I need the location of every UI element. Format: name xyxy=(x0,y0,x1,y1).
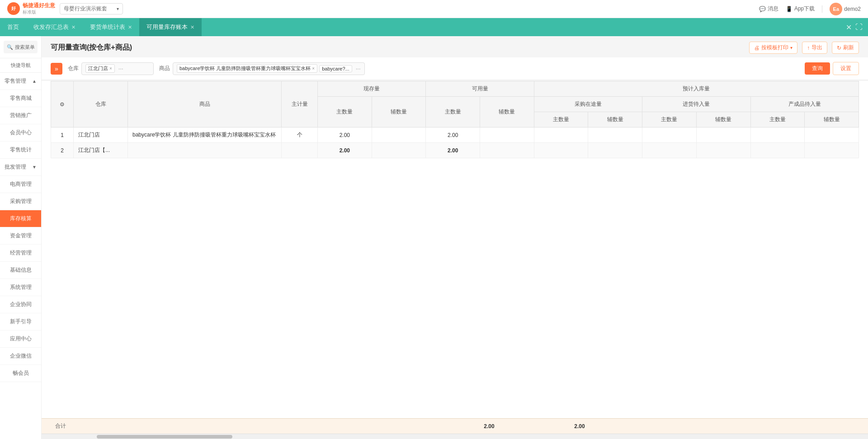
filter-toggle-button[interactable]: » xyxy=(51,63,62,75)
export-button[interactable]: ↑ 导出 xyxy=(802,42,827,54)
search-icon: 🔍 xyxy=(7,44,13,50)
sidebar-item-vip-member[interactable]: 畅会员 xyxy=(0,365,41,382)
th-stock-group: 现存量 xyxy=(318,81,426,97)
sidebar-item-member-center-label: 会员中心 xyxy=(10,129,32,137)
sidebar-item-enterprise-collab[interactable]: 企业协同 xyxy=(0,296,41,313)
sidebar-item-new-guide-label: 新手引导 xyxy=(10,318,32,326)
row2-purchase-main xyxy=(534,143,588,158)
sidebar-item-member-center[interactable]: 会员中心 xyxy=(0,124,41,142)
row2-product xyxy=(128,143,282,158)
th-settings-icon[interactable]: ⚙ xyxy=(51,81,74,127)
row1-purchase-aux xyxy=(588,127,642,143)
row1-available-aux xyxy=(480,127,534,143)
filter-more-dots[interactable]: ··· xyxy=(118,65,123,72)
content-area: 可用量查询(按仓库+商品) 🖨 按模板打印 ▾ ↑ 导出 ↻ 刷新 » xyxy=(42,36,868,439)
nav-close-all[interactable]: ✕ ⛶ xyxy=(840,23,868,32)
row1-product: babycare学饮杯 儿童防摔防撞吸管杯重力球吸嘴杯宝宝水杯 xyxy=(128,127,282,143)
user-label: demo2 xyxy=(844,6,861,12)
sidebar-item-operation-mgmt[interactable]: 经营管理 xyxy=(0,245,41,262)
sidebar-item-enterprise-wechat[interactable]: 企业微信 xyxy=(0,348,41,365)
sidebar-item-app-center[interactable]: 应用中心 xyxy=(0,330,41,348)
sidebar-item-retail-mgmt[interactable]: 零售管理 ▲ xyxy=(0,73,41,90)
tab-home[interactable]: 首页 xyxy=(0,18,26,36)
sidebar-item-retail-mgmt-label: 零售管理 xyxy=(5,77,26,85)
row1-product-main xyxy=(750,127,805,143)
th-planned-group: 预计入库量 xyxy=(534,81,859,97)
industry-label: 母婴行业演示账套 xyxy=(64,5,107,13)
horizontal-scrollbar[interactable] xyxy=(42,434,868,439)
template-print-button[interactable]: 🖨 按模板打印 ▾ xyxy=(749,42,797,54)
industry-selector[interactable]: 母婴行业演示账套 ▾ xyxy=(60,3,123,14)
divider xyxy=(822,5,822,13)
th-product-pending-group: 产成品待入量 xyxy=(750,97,859,112)
th-available-aux: 辅数量 xyxy=(480,97,534,127)
tab-order-stats-close[interactable]: ✕ xyxy=(128,24,132,30)
app-label: App下载 xyxy=(794,5,815,13)
sidebar-item-retail-mall[interactable]: 零售商城 xyxy=(0,90,41,107)
scroll-thumb[interactable] xyxy=(97,435,232,439)
sidebar-item-retail-stats-label: 零售统计 xyxy=(10,146,32,154)
sidebar-item-ecommerce-mgmt[interactable]: 电商管理 xyxy=(0,176,41,193)
sidebar-item-quick-nav[interactable]: 快捷导航 xyxy=(0,58,41,73)
row1-warehouse: 江北门店 xyxy=(74,127,128,143)
product-filter-more[interactable]: ··· xyxy=(356,65,361,72)
logo-text-block: 畅捷通好生意 标准版 xyxy=(23,2,55,15)
settings-button[interactable]: 设置 xyxy=(833,62,859,75)
app-download-action[interactable]: 📱 App下载 xyxy=(786,5,815,13)
template-print-label: 按模板打印 xyxy=(761,44,788,52)
tab-income-expense-close[interactable]: ✕ xyxy=(71,24,75,30)
tab-order-stats[interactable]: 要货单统计表 ✕ xyxy=(83,18,139,36)
warehouse-tag: 江北门店 × xyxy=(85,64,115,73)
sidebar-item-wholesale-mgmt[interactable]: 批发管理 ▼ xyxy=(0,159,41,176)
warehouse-filter-group: 仓库 江北门店 × ··· xyxy=(68,62,154,75)
row2-stock-main: 2.00 xyxy=(318,143,372,158)
sidebar-item-inventory-check[interactable]: 库存核算 xyxy=(0,210,41,227)
row1-goods-aux xyxy=(696,127,750,143)
row2-available-aux xyxy=(480,143,534,158)
product-filter-label: 商品 xyxy=(159,65,170,72)
row2-index: 2 xyxy=(51,143,74,158)
refresh-button[interactable]: ↻ 刷新 xyxy=(832,42,859,54)
top-bar: 好 畅捷通好生意 标准版 母婴行业演示账套 ▾ 💬 消息 📱 App下载 Ea … xyxy=(0,0,868,18)
tab-income-expense[interactable]: 收发存汇总表 ✕ xyxy=(26,18,83,36)
sidebar-item-finance-mgmt[interactable]: 资金管理 xyxy=(0,227,41,245)
warehouse-tag-container[interactable]: 江北门店 × ··· xyxy=(81,62,154,75)
th-stock-main: 主数量 xyxy=(318,97,372,127)
th-goods-aux: 辅数量 xyxy=(696,112,750,127)
query-button[interactable]: 查询 xyxy=(805,62,830,75)
user-action[interactable]: Ea demo2 xyxy=(830,3,861,15)
sidebar-item-purchase-mgmt[interactable]: 采购管理 xyxy=(0,193,41,210)
tab-available-stock-label: 可用量库存账本 xyxy=(146,23,188,31)
sidebar-item-system-mgmt[interactable]: 系统管理 xyxy=(0,279,41,296)
th-product-aux: 辅数量 xyxy=(805,112,859,127)
close-all-icon: ✕ xyxy=(846,23,852,32)
row1-index: 1 xyxy=(51,127,74,143)
sidebar-item-marketing-label: 营销推广 xyxy=(10,112,32,119)
sidebar-item-retail-mall-label: 零售商城 xyxy=(10,94,32,102)
table-wrapper: ⚙ 仓库 商品 主计量 现存量 可用量 预计入库量 主数量 辅数量 主数量 辅数… xyxy=(42,81,868,418)
msg-action[interactable]: 💬 消息 xyxy=(759,5,778,13)
sidebar: 🔍 搜索菜单 快捷导航 零售管理 ▲ 零售商城 营销推广 会员中心 零售统计 批… xyxy=(0,36,42,439)
tab-available-stock[interactable]: 可用量库存账本 ✕ xyxy=(139,18,202,36)
sidebar-item-system-label: 系统管理 xyxy=(10,283,32,291)
sidebar-item-marketing[interactable]: 营销推广 xyxy=(0,107,41,124)
row1-unit: 个 xyxy=(282,127,318,143)
row1-product-aux xyxy=(805,127,859,143)
search-menu-button[interactable]: 🔍 搜索菜单 xyxy=(4,41,38,53)
warehouse-tag-close[interactable]: × xyxy=(109,66,112,71)
sidebar-item-basic-info[interactable]: 基础信息 xyxy=(0,262,41,279)
row1-goods-main xyxy=(642,127,697,143)
th-warehouse: 仓库 xyxy=(74,81,128,127)
product-tag-1: babycare学饮杯 儿童防摔防撞吸管杯重力球吸嘴杯宝宝水杯 × xyxy=(177,64,317,73)
warehouse-tag-text: 江北门店 xyxy=(88,65,108,72)
sidebar-item-retail-stats[interactable]: 零售统计 xyxy=(0,142,41,159)
page-header: 可用量查询(按仓库+商品) 🖨 按模板打印 ▾ ↑ 导出 ↻ 刷新 xyxy=(42,36,868,57)
product-tag-container[interactable]: babycare学饮杯 儿童防摔防撞吸管杯重力球吸嘴杯宝宝水杯 × babyca… xyxy=(173,62,365,75)
sidebar-item-new-guide[interactable]: 新手引导 xyxy=(0,313,41,330)
product-tag-1-close[interactable]: × xyxy=(312,66,315,71)
th-purchase-aux: 辅数量 xyxy=(588,112,642,127)
sidebar-item-finance-label: 资金管理 xyxy=(10,232,32,240)
row2-purchase-aux xyxy=(588,143,642,158)
tab-available-stock-close[interactable]: ✕ xyxy=(190,24,194,30)
page-title: 可用量查询(按仓库+商品) xyxy=(51,43,132,52)
